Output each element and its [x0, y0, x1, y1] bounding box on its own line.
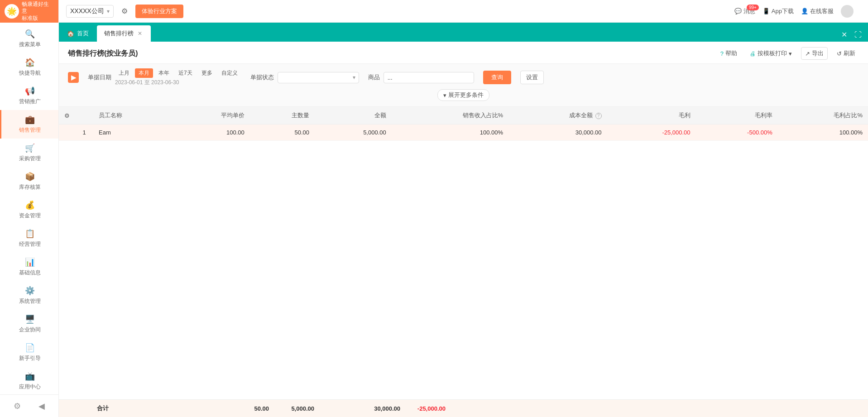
refresh-btn[interactable]: ↺ 刷新	[833, 48, 859, 59]
main-content: XXXXX公司 ▾ ⚙ 体验行业方案 💬 消息 99+ 📱 App下载 👤 在线…	[59, 0, 868, 417]
topbar-settings-btn[interactable]: ⚙	[118, 5, 131, 18]
sidebar-item-3[interactable]: 💼销售管理	[0, 110, 58, 139]
page-settings-btn[interactable]: 设置	[520, 71, 544, 84]
row-gross-rate: -500.00%	[696, 125, 778, 141]
sidebar-item-icon-9: ⚙️	[25, 286, 35, 296]
filter-status-label: 单据状态	[250, 73, 274, 81]
sidebar-item-4[interactable]: 🛒采购管理	[0, 139, 58, 167]
filter-status-item: 单据状态	[250, 72, 359, 83]
col-avg-price: 平均单价	[172, 107, 250, 125]
content-area: 销售排行榜(按业务员) ? 帮助 🖨 按模板打印 ▾ ↗ 导出	[59, 42, 868, 417]
filter-collapse-btn[interactable]: ▶	[68, 72, 79, 83]
tabbar-right: ✕ ⛶	[839, 29, 868, 42]
cost-hint-icon[interactable]: ?	[595, 113, 602, 119]
footer-gross: -25,000.00	[400, 405, 446, 412]
row-amount: 5,000.00	[315, 125, 392, 141]
company-chevron-icon: ▾	[107, 8, 110, 14]
filter-area: ▶ 单据日期 上月 本月 本年 近7天 更多 自定义	[59, 64, 868, 107]
sidebar-item-icon-1: 🏠	[25, 58, 35, 67]
sidebar-item-6[interactable]: 💰资金管理	[0, 196, 58, 224]
filter-row: ▶ 单据日期 上月 本月 本年 近7天 更多 自定义	[68, 68, 859, 86]
sidebar-item-label-7: 经营管理	[19, 240, 41, 248]
company-selector[interactable]: XXXXX公司 ▾	[66, 5, 114, 18]
tab-sales-ranking[interactable]: 销售排行榜 ✕	[97, 25, 151, 42]
row-settings	[59, 125, 75, 141]
sidebar-item-icon-3: 💼	[25, 115, 35, 125]
date-options: 上月 本月 本年 近7天 更多 自定义	[115, 68, 241, 78]
col-rank	[75, 107, 93, 125]
sidebar-logo: 🌟 畅康通好生意 标准版	[0, 0, 58, 23]
refresh-icon: ↺	[837, 50, 842, 57]
sidebar-item-label-6: 资金管理	[19, 212, 41, 220]
date-year[interactable]: 本年	[155, 68, 173, 78]
industry-btn[interactable]: 体验行业方案	[135, 5, 183, 18]
footer-amount: 5,000.00	[269, 405, 314, 412]
tabbar-close-all-btn[interactable]: ✕	[839, 29, 849, 40]
sidebar-item-label-12: 应用中心	[19, 383, 41, 391]
help-btn[interactable]: ? 帮助	[717, 48, 741, 59]
sidebar-collapse-btn[interactable]: ◀	[37, 399, 47, 413]
table-header-row: ⚙ 员工名称 平均单价 主数量 全额 销售收入占比% 成本全额 ? 毛利	[59, 107, 868, 125]
messages-btn[interactable]: 💬 消息 99+	[734, 7, 755, 15]
app-download-icon: 📱	[762, 8, 770, 14]
goods-input[interactable]	[384, 72, 474, 83]
row-gross: -25,000.00	[607, 125, 696, 141]
row-sales-pct: 100.00%	[392, 125, 508, 141]
date-prev-month[interactable]: 上月	[115, 68, 133, 78]
help-icon: ?	[720, 50, 724, 57]
avatar	[841, 5, 854, 18]
sidebar: 🌟 畅康通好生意 标准版 🔍搜索菜单🏠快捷导航📢营销推广💼销售管理🛒采购管理📦库…	[0, 0, 59, 417]
tab-close-btn[interactable]: ✕	[136, 30, 144, 37]
sidebar-item-label-0: 搜索菜单	[19, 41, 41, 48]
col-cost: 成本全额 ?	[508, 107, 607, 125]
query-btn[interactable]: 查询	[483, 71, 511, 84]
sidebar-item-label-9: 系统管理	[19, 297, 41, 305]
sidebar-item-2[interactable]: 📢营销推广	[0, 81, 58, 110]
messages-badge: 99+	[747, 5, 759, 10]
table-footer: 合计 50.00 5,000.00 30,000.00 -25,000.00	[59, 399, 868, 417]
expand-more-btn[interactable]: ▾ 展开更多条件	[437, 89, 489, 101]
col-amount: 全额	[315, 107, 392, 125]
status-select[interactable]	[278, 72, 359, 83]
row-rank: 1	[75, 125, 93, 141]
page-actions: ? 帮助 🖨 按模板打印 ▾ ↗ 导出 ↺ 刷新	[717, 47, 859, 60]
filter-date-label: 单据日期	[88, 73, 111, 81]
sidebar-item-11[interactable]: 📄新手引导	[0, 338, 58, 367]
date-field-group: 上月 本月 本年 近7天 更多 自定义 2023-06-01 至 2023-06…	[115, 68, 241, 86]
footer-cost: 30,000.00	[355, 405, 400, 412]
sidebar-item-label-11: 新手引导	[19, 355, 41, 362]
sidebar-item-9[interactable]: ⚙️系统管理	[0, 281, 58, 310]
sidebar-footer: ⚙ ◀	[0, 394, 58, 417]
row-qty: 50.00	[250, 125, 315, 141]
online-service-btn[interactable]: 👤 在线客服	[801, 7, 834, 15]
tabbar-maximize-btn[interactable]: ⛶	[853, 30, 863, 40]
sidebar-item-label-1: 快捷导航	[19, 69, 41, 77]
tab-home[interactable]: 🏠 首页	[60, 25, 96, 42]
sidebar-settings-btn[interactable]: ⚙	[12, 399, 23, 413]
sidebar-item-0[interactable]: 🔍搜索菜单	[0, 24, 58, 53]
col-settings: ⚙	[59, 107, 75, 125]
sidebar-item-1[interactable]: 🏠快捷导航	[0, 53, 58, 81]
row-employee: Eam	[93, 125, 172, 141]
print-chevron-icon: ▾	[789, 50, 792, 57]
date-7days[interactable]: 近7天	[175, 68, 196, 78]
sidebar-item-10[interactable]: 🖥️企业协同	[0, 310, 58, 338]
export-btn[interactable]: ↗ 导出	[801, 47, 828, 60]
sidebar-item-label-4: 采购管理	[19, 155, 41, 163]
sidebar-item-7[interactable]: 📋经营管理	[0, 224, 58, 253]
sidebar-item-icon-10: 🖥️	[25, 314, 35, 324]
sidebar-item-12[interactable]: 📺应用中心	[0, 367, 58, 394]
sidebar-item-icon-6: 💰	[25, 200, 35, 210]
sidebar-nav: 🔍搜索菜单🏠快捷导航📢营销推广💼销售管理🛒采购管理📦库存核算💰资金管理📋经营管理…	[0, 23, 58, 394]
template-print-btn[interactable]: 🖨 按模板打印 ▾	[746, 48, 796, 59]
date-more[interactable]: 更多	[198, 68, 216, 78]
filter-goods-item: 商品	[368, 72, 474, 83]
sidebar-item-8[interactable]: 📊基础信息	[0, 253, 58, 281]
date-current-month[interactable]: 本月	[135, 68, 153, 78]
sidebar-item-5[interactable]: 📦库存核算	[0, 167, 58, 196]
date-custom[interactable]: 自定义	[218, 68, 241, 78]
row-gross-pct: 100.00%	[778, 125, 868, 141]
app-download-btn[interactable]: 📱 App下载	[762, 7, 794, 15]
filter-date-item: 单据日期 上月 本月 本年 近7天 更多 自定义 2023-06-01 至 20…	[88, 68, 241, 86]
row-avg-price: 100.00	[172, 125, 250, 141]
